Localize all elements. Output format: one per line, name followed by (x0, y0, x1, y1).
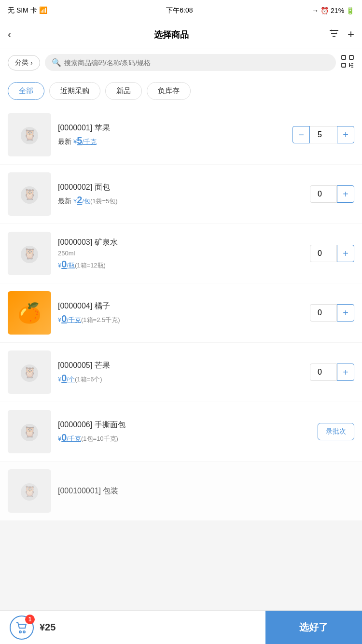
search-box: 🔍 (45, 54, 336, 71)
page-title: 选择商品 (27, 29, 316, 41)
list-item: 🦉 [0000005] 芒果 ¥0/个(1箱=6个) + (0, 343, 362, 402)
add-icon[interactable]: + (348, 28, 354, 42)
svg-text:🦉: 🦉 (23, 485, 37, 498)
svg-text:🦉: 🦉 (23, 366, 37, 379)
quantity-increase-button[interactable]: + (337, 245, 354, 262)
quantity-control: + (310, 245, 354, 262)
product-price: ¥0/千克(1包=10千克) (58, 432, 311, 443)
category-button[interactable]: 分类 › (8, 55, 40, 70)
svg-text:🦉: 🦉 (23, 425, 37, 438)
tab-negative[interactable]: 负库存 (147, 82, 191, 100)
quantity-input[interactable] (310, 185, 337, 203)
quantity-control: + (310, 364, 354, 381)
search-input[interactable] (64, 59, 329, 67)
batch-button[interactable]: 录批次 (318, 423, 354, 440)
list-item: 🦉 [0000006] 手撕面包 ¥0/千克(1包=10千克) 录批次 (0, 402, 362, 461)
product-name: [0000004] 橘子 (58, 301, 303, 311)
tab-recent[interactable]: 近期采购 (49, 82, 100, 100)
quantity-control: + (310, 304, 354, 322)
product-name: [0000006] 手撕面包 (58, 420, 311, 430)
tab-all[interactable]: 全部 (8, 82, 44, 100)
bottom-bar: 1 ¥25 选好了 (0, 610, 362, 644)
svg-rect-7 (342, 63, 346, 67)
status-time: 下午6:08 (166, 6, 193, 15)
quantity-increase-button[interactable]: + (337, 185, 354, 203)
product-price: 最新 ¥2/包(1袋=5包) (58, 195, 303, 206)
filter-bar: 分类 › 🔍 (0, 48, 362, 77)
cart-total: ¥25 (40, 622, 56, 633)
product-name: [0000003] 矿泉水 (58, 238, 303, 248)
cart-icon[interactable]: 1 (10, 616, 34, 640)
product-image: 🦉 (8, 350, 51, 394)
quantity-input[interactable] (310, 304, 337, 322)
product-info: [0000005] 芒果 ¥0/个(1箱=6个) (58, 361, 303, 384)
cart-badge: 1 (25, 615, 35, 624)
tab-new[interactable]: 新品 (105, 82, 142, 100)
product-image: 🦉 (8, 232, 51, 275)
product-image: 🦉 (8, 172, 51, 216)
chevron-right-icon: › (30, 59, 33, 67)
list-item: 🍊 [0000004] 橘子 ¥0/千克(1箱=2.5千克) + (0, 283, 362, 342)
quantity-input[interactable] (310, 364, 337, 381)
list-item: 🦉 [0000002] 面包 最新 ¥2/包(1袋=5包) + (0, 165, 362, 224)
quantity-input[interactable] (310, 245, 337, 262)
product-image: 🦉 (8, 113, 51, 156)
quantity-decrease-button[interactable]: − (292, 126, 310, 143)
product-price: ¥0/个(1箱=6个) (58, 373, 303, 384)
svg-point-25 (23, 631, 25, 633)
search-icon: 🔍 (52, 58, 61, 67)
product-info: [0000004] 橘子 ¥0/千克(1箱=2.5千克) (58, 301, 303, 324)
list-item: 🦉 [000100001] 包装 (0, 462, 362, 520)
svg-text:🦉: 🦉 (23, 247, 37, 260)
cart-section: 1 ¥25 (0, 616, 265, 640)
product-spec: 250ml (58, 250, 303, 257)
product-image: 🍊 (8, 291, 51, 335)
product-name: [000100001] 包装 (58, 486, 354, 496)
nav-bar: ‹ 选择商品 + (0, 21, 362, 48)
status-right: → ⏰ 21% 🔋 (312, 7, 354, 14)
scan-icon[interactable] (341, 55, 354, 71)
product-info: [000100001] 包装 (58, 486, 354, 496)
product-price: ¥0/瓶(1箱=12瓶) (58, 259, 303, 270)
filter-icon[interactable] (328, 28, 340, 42)
list-item: 🦉 [0000001] 苹果 最新 ¥5/千克 − + (0, 105, 362, 164)
nav-actions: + (316, 28, 354, 42)
status-left: 无 SIM 卡 📶 (8, 6, 47, 15)
quantity-increase-button[interactable]: + (337, 126, 354, 143)
quantity-increase-button[interactable]: + (337, 304, 354, 322)
confirm-button[interactable]: 选好了 (265, 611, 362, 644)
product-info: [0000003] 矿泉水 250ml ¥0/瓶(1箱=12瓶) (58, 238, 303, 270)
product-name: [0000002] 面包 (58, 182, 303, 193)
svg-text:🦉: 🦉 (23, 188, 37, 201)
product-name: [0000005] 芒果 (58, 361, 303, 371)
product-price: 最新 ¥5/千克 (58, 135, 286, 146)
product-image: 🦉 (8, 410, 51, 453)
product-info: [0000001] 苹果 最新 ¥5/千克 (58, 123, 286, 146)
svg-point-4 (335, 33, 337, 34)
svg-point-3 (331, 30, 332, 31)
product-image: 🦉 (8, 469, 51, 513)
svg-point-24 (19, 631, 21, 633)
quantity-increase-button[interactable]: + (337, 364, 354, 381)
list-item: 🦉 [0000003] 矿泉水 250ml ¥0/瓶(1箱=12瓶) + (0, 224, 362, 283)
svg-rect-5 (342, 56, 346, 59)
product-info: [0000002] 面包 最新 ¥2/包(1袋=5包) (58, 182, 303, 206)
quantity-control: + (310, 185, 354, 203)
svg-text:🦉: 🦉 (23, 128, 37, 141)
product-name: [0000001] 苹果 (58, 123, 286, 133)
tab-bar: 全部 近期采购 新品 负库存 (0, 77, 362, 105)
product-list: 🦉 [0000001] 苹果 最新 ¥5/千克 − + 🦉 [0000002] … (0, 105, 362, 520)
quantity-input[interactable] (310, 126, 337, 143)
product-price: ¥0/千克(1箱=2.5千克) (58, 313, 303, 324)
quantity-control: − + (292, 126, 354, 143)
product-info: [0000006] 手撕面包 ¥0/千克(1包=10千克) (58, 420, 311, 443)
svg-rect-6 (349, 56, 353, 59)
back-button[interactable]: ‹ (8, 28, 27, 41)
status-bar: 无 SIM 卡 📶 下午6:08 → ⏰ 21% 🔋 (0, 0, 362, 21)
